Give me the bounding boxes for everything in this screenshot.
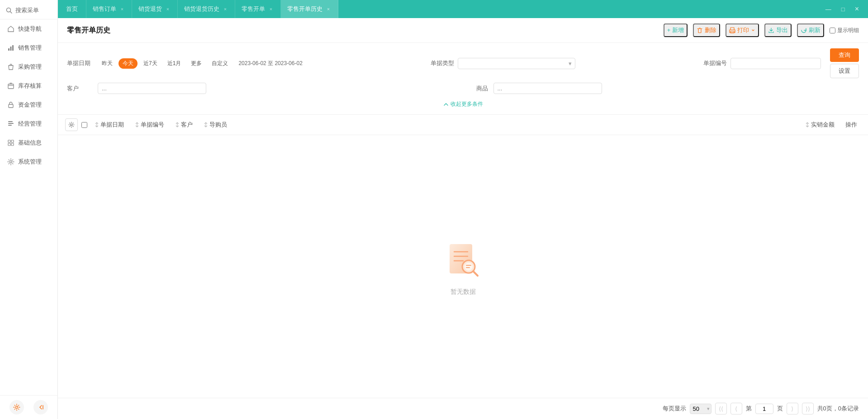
- svg-rect-9: [8, 121, 13, 122]
- sidebar-search-label: 搜索采单: [15, 6, 39, 14]
- bar-icon: [7, 120, 14, 127]
- svg-point-14: [10, 161, 12, 163]
- date-btn-more[interactable]: 更多: [187, 58, 206, 69]
- customer-filter-input[interactable]: [98, 83, 206, 94]
- date-btn-today[interactable]: 今天: [119, 58, 138, 69]
- print-chevron-icon: [751, 28, 755, 33]
- col-guide: 导购员: [200, 121, 231, 129]
- delete-label: 删除: [705, 26, 716, 34]
- svg-rect-8: [8, 125, 12, 126]
- filter-row-1: 单据日期 昨天 今天 近7天 近1月 更多 自定义 2023-06-02 至 2…: [67, 48, 859, 78]
- date-btn-yesterday[interactable]: 昨天: [98, 58, 117, 69]
- add-button[interactable]: + 新增: [664, 24, 688, 37]
- empty-text: 暂无数据: [451, 288, 476, 296]
- tab-retail-open-history[interactable]: 零售开单历史 ×: [281, 0, 338, 18]
- product-filter-label: 商品: [476, 85, 490, 93]
- empty-state: 暂无数据: [441, 237, 486, 296]
- page-first-button[interactable]: ⟨⟨: [715, 403, 727, 414]
- per-page-select[interactable]: 20 50 100 200: [690, 404, 711, 414]
- sort-icon-guide[interactable]: [204, 122, 208, 127]
- tab-sales-return[interactable]: 销货退货 ×: [132, 0, 178, 18]
- number-filter-label: 单据编号: [703, 59, 727, 67]
- date-btn-custom[interactable]: 自定义: [208, 58, 232, 69]
- number-filter-input[interactable]: [730, 58, 821, 69]
- table-settings-button[interactable]: [65, 118, 78, 131]
- filter-area: 单据日期 昨天 今天 近7天 近1月 更多 自定义 2023-06-02 至 2…: [58, 43, 868, 115]
- settings-icon: [7, 158, 14, 165]
- export-icon: [768, 27, 774, 33]
- export-button[interactable]: 导出: [764, 24, 792, 37]
- refresh-button[interactable]: 刷新: [797, 24, 824, 37]
- tab-retail-open[interactable]: 零售开单 ×: [235, 0, 281, 18]
- tab-retail-open-close[interactable]: ×: [268, 6, 274, 12]
- date-btn-1month[interactable]: 近1月: [163, 58, 185, 69]
- window-min-button[interactable]: —: [823, 5, 834, 14]
- tab-sales-order-label: 销售订单: [93, 5, 116, 13]
- tab-sales-order-close[interactable]: ×: [119, 6, 125, 12]
- sort-icon-date[interactable]: [95, 122, 99, 127]
- sidebar-item-stock-check[interactable]: 库存核算: [0, 76, 57, 95]
- date-btn-7days[interactable]: 近7天: [139, 58, 161, 69]
- select-all-checkbox[interactable]: [81, 122, 87, 128]
- sidebar-item-finance-mgmt[interactable]: 资金管理: [0, 95, 57, 114]
- select-all-wrap: [81, 122, 87, 128]
- bag-icon: [7, 63, 14, 71]
- tab-sales-return-history-close[interactable]: ×: [222, 6, 228, 12]
- tab-sales-return-history[interactable]: 销货退货历史 ×: [178, 0, 235, 18]
- filter-settings-button[interactable]: 设置: [830, 64, 859, 78]
- show-detail-checkbox[interactable]: [830, 28, 835, 33]
- svg-point-25: [465, 263, 473, 271]
- type-filter-select[interactable]: [458, 58, 575, 69]
- sidebar-item-purchase-mgmt[interactable]: 采购管理: [0, 57, 57, 76]
- date-range-display: 2023-06-02 至 2023-06-02: [238, 60, 302, 67]
- collapse-row: 收起更多条件: [67, 99, 859, 112]
- sort-icon-number[interactable]: [135, 122, 139, 127]
- page-prev-button[interactable]: ⟨: [730, 403, 742, 414]
- sidebar-item-quick-nav[interactable]: 快捷导航: [0, 19, 57, 38]
- print-button[interactable]: 打印: [726, 24, 759, 37]
- delete-button[interactable]: 删除: [693, 24, 720, 37]
- sidebar-item-sales-mgmt[interactable]: 销售管理: [0, 38, 57, 57]
- sidebar: 搜索采单 快捷导航 销售管理 采购管理: [0, 0, 58, 419]
- query-button[interactable]: 查询: [830, 48, 859, 62]
- window-max-button[interactable]: □: [839, 5, 848, 14]
- grid-icon: [7, 139, 14, 146]
- sidebar-settings-button[interactable]: [9, 400, 24, 414]
- sidebar-item-basic-info[interactable]: 基础信息: [0, 133, 57, 152]
- sidebar-item-label: 采购管理: [18, 63, 42, 71]
- page-next-button[interactable]: ⟩: [787, 403, 798, 414]
- svg-rect-13: [11, 143, 14, 146]
- page-header: 零售开单历史 + 新增 删除 打印: [58, 18, 868, 43]
- print-icon: [729, 27, 735, 33]
- svg-rect-17: [730, 28, 734, 30]
- sort-icon-amount[interactable]: [805, 122, 810, 127]
- collapse-button[interactable]: 收起更多条件: [443, 100, 483, 108]
- top-nav: 首页 销售订单 × 销货退货 × 销货退货历史 × 零售开单 × 零售开单历史 …: [58, 0, 868, 18]
- tab-home[interactable]: 首页: [58, 0, 86, 18]
- svg-rect-18: [730, 31, 734, 33]
- svg-rect-2: [8, 48, 9, 51]
- sort-icon-customer[interactable]: [175, 122, 180, 127]
- sidebar-item-operations-mgmt[interactable]: 经营管理: [0, 114, 57, 133]
- print-label: 打印: [737, 26, 749, 34]
- type-filter-label: 单据类型: [431, 59, 454, 67]
- tab-retail-open-history-close[interactable]: ×: [325, 6, 332, 12]
- date-filter-label: 单据日期: [67, 59, 94, 67]
- sidebar-collapse-button[interactable]: [33, 400, 48, 414]
- delete-icon: [697, 27, 703, 33]
- tab-sales-return-close[interactable]: ×: [165, 6, 171, 12]
- sidebar-item-label: 基础信息: [18, 139, 42, 147]
- svg-rect-4: [12, 45, 14, 51]
- svg-rect-10: [8, 140, 10, 142]
- window-close-button[interactable]: ×: [852, 4, 862, 14]
- page-last-button[interactable]: ⟩⟩: [802, 403, 814, 414]
- show-detail-label: 显示明细: [837, 27, 859, 34]
- sidebar-search[interactable]: 搜索采单: [0, 0, 57, 19]
- total-info: 共0页，0条记录: [817, 405, 859, 413]
- product-filter-input[interactable]: [493, 83, 602, 94]
- sidebar-item-sys-mgmt[interactable]: 系统管理: [0, 152, 57, 171]
- type-filter-wrap: ▾: [458, 58, 575, 69]
- tab-sales-order[interactable]: 销售订单 ×: [86, 0, 132, 18]
- sidebar-menu: 快捷导航 销售管理 采购管理 库存核算: [0, 19, 57, 395]
- page-number-input[interactable]: [755, 404, 773, 414]
